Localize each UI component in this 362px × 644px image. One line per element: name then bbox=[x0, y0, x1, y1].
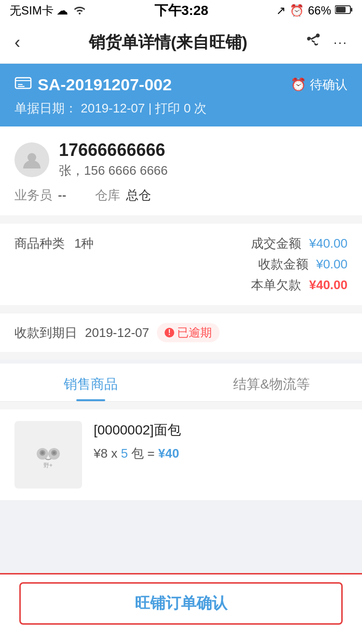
location-icon: ↗ bbox=[276, 4, 286, 17]
tab-settlement-label: 结算&物流等 bbox=[233, 377, 310, 392]
status-bar: 无SIM卡 ☁ 下午3:28 ↗ ⏰ 66% bbox=[0, 0, 362, 21]
status-right: ↗ ⏰ 66% bbox=[276, 4, 352, 17]
nav-bar: ‹ 销货单详情(来自旺铺) ··· bbox=[0, 21, 362, 64]
received-amount: 收款金额 ¥0.00 bbox=[258, 256, 348, 273]
product-qty: 5 bbox=[121, 446, 127, 461]
status-text: 待确认 bbox=[310, 76, 348, 93]
battery-icon bbox=[335, 4, 352, 17]
share-icon[interactable] bbox=[306, 33, 322, 52]
battery-text: 66% bbox=[308, 4, 331, 17]
summary-row: 商品种类 1种 成交金额 ¥40.00 收款金额 ¥0.00 本单欠款 ¥40.… bbox=[14, 235, 348, 294]
overdue-text: 已逾期 bbox=[177, 325, 212, 340]
owed-label: 本单欠款 bbox=[251, 277, 301, 294]
order-icon bbox=[14, 76, 32, 94]
warehouse-value: 总仓 bbox=[126, 187, 151, 204]
status-time: 下午3:28 bbox=[154, 1, 209, 20]
tabs-section: 销售商品 结算&物流等 bbox=[0, 364, 362, 402]
customer-phone: 17666666666 bbox=[59, 140, 168, 160]
confirm-label: 旺铺订单确认 bbox=[135, 593, 227, 614]
product-unit: 包 bbox=[131, 446, 144, 461]
order-id: SA-20191207-002 bbox=[14, 75, 172, 94]
warehouse-label: 仓库 bbox=[95, 187, 120, 204]
product-section: 野+ [0000002]面包 ¥8 x 5 包 = ¥40 bbox=[0, 409, 362, 500]
customer-meta: 业务员 -- 仓库 总仓 bbox=[14, 187, 348, 204]
blue-header: SA-20191207-002 ⏰ 待确认 单据日期： 2019-12-07 |… bbox=[0, 64, 362, 126]
staff-value: -- bbox=[58, 188, 66, 203]
overdue-badge: ! 已逾期 bbox=[157, 323, 220, 342]
amounts: 成交金额 ¥40.00 收款金额 ¥0.00 本单欠款 ¥40.00 bbox=[251, 235, 348, 294]
product-multiply: x bbox=[111, 446, 121, 461]
customer-section: 17666666666 张，156 6666 6666 业务员 -- 仓库 总仓 bbox=[0, 126, 362, 215]
nav-actions: ··· bbox=[306, 33, 348, 52]
svg-text:野+: 野+ bbox=[43, 462, 53, 469]
svg-rect-1 bbox=[351, 8, 352, 12]
customer-info: 17666666666 张，156 6666 6666 bbox=[59, 140, 168, 179]
order-status: ⏰ 待确认 bbox=[291, 76, 348, 93]
tab-settlement[interactable]: 结算&物流等 bbox=[181, 364, 362, 401]
received-label: 收款金额 bbox=[258, 256, 308, 273]
product-type-label: 商品种类 bbox=[14, 235, 65, 252]
page-title: 销货单详情(来自旺铺) bbox=[30, 31, 306, 54]
back-button[interactable]: ‹ bbox=[14, 32, 30, 53]
clock-icon: ⏰ bbox=[291, 77, 306, 92]
confirm-button[interactable]: 旺铺订单确认 bbox=[19, 582, 343, 625]
staff-meta: 业务员 -- bbox=[14, 187, 66, 204]
customer-top: 17666666666 张，156 6666 6666 bbox=[14, 140, 348, 179]
summary-section: 商品种类 1种 成交金额 ¥40.00 收款金额 ¥0.00 本单欠款 ¥40.… bbox=[0, 224, 362, 305]
svg-rect-2 bbox=[336, 7, 346, 13]
staff-label: 业务员 bbox=[14, 187, 52, 204]
product-type-value: 1种 bbox=[74, 235, 94, 252]
due-date: 2019-12-07 bbox=[85, 325, 149, 340]
product-thumbnail: 野+ bbox=[14, 421, 82, 489]
tab-sales-products[interactable]: 销售商品 bbox=[0, 364, 181, 401]
more-icon[interactable]: ··· bbox=[334, 35, 348, 50]
product-info: [0000002]面包 ¥8 x 5 包 = ¥40 bbox=[94, 421, 348, 462]
order-date: 单据日期： 2019-12-07 | 打印 0 次 bbox=[14, 100, 348, 117]
alarm-icon: ⏰ bbox=[290, 4, 304, 17]
product-price-row: ¥8 x 5 包 = ¥40 bbox=[94, 445, 348, 462]
status-left: 无SIM卡 ☁ bbox=[10, 3, 86, 18]
product-type: 商品种类 1种 bbox=[14, 235, 94, 252]
order-number: SA-20191207-002 bbox=[38, 75, 172, 94]
received-value: ¥0.00 bbox=[316, 257, 348, 272]
signal-text: 无SIM卡 ☁ bbox=[10, 3, 68, 18]
svg-point-9 bbox=[41, 451, 44, 454]
customer-name: 张，156 6666 6666 bbox=[59, 162, 168, 179]
owed-value: ¥40.00 bbox=[309, 278, 348, 293]
amount-label: 成交金额 bbox=[251, 235, 301, 252]
bottom-bar: 旺铺订单确认 bbox=[0, 573, 362, 644]
product-equals: = bbox=[147, 446, 158, 461]
warehouse-meta: 仓库 总仓 bbox=[95, 187, 151, 204]
customer-avatar bbox=[14, 142, 49, 177]
product-name: [0000002]面包 bbox=[94, 421, 348, 439]
product-price: ¥8 bbox=[94, 446, 108, 461]
due-section: 收款到期日 2019-12-07 ! 已逾期 bbox=[0, 313, 362, 352]
transaction-amount: 成交金额 ¥40.00 bbox=[251, 235, 348, 252]
tab-sales-label: 销售商品 bbox=[64, 377, 118, 392]
due-label: 收款到期日 bbox=[14, 324, 77, 341]
amount-value: ¥40.00 bbox=[309, 236, 348, 251]
product-total: ¥40 bbox=[158, 446, 179, 461]
wifi-icon bbox=[73, 4, 86, 17]
product-item: 野+ [0000002]面包 ¥8 x 5 包 = ¥40 bbox=[14, 421, 348, 489]
overdue-dot-icon: ! bbox=[165, 328, 174, 337]
tabs-row: 销售商品 结算&物流等 bbox=[0, 364, 362, 401]
svg-point-10 bbox=[53, 451, 56, 454]
owed-amount: 本单欠款 ¥40.00 bbox=[251, 277, 348, 294]
